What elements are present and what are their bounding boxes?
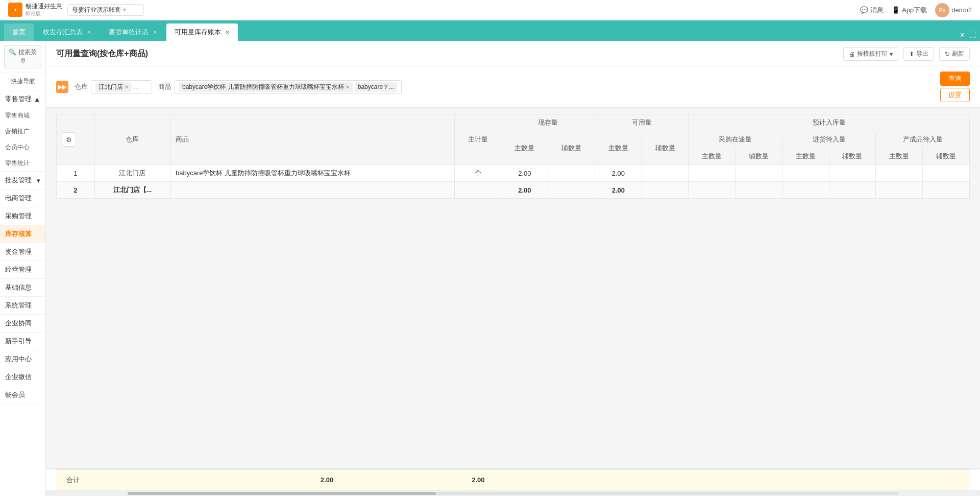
col-inbound-aux-header: 辅数量	[829, 148, 876, 165]
logo-text: 畅捷通好生意	[26, 3, 62, 10]
warehouse-tag: 江北门店 ✕	[95, 82, 132, 92]
col-inbound-main-header: 主数量	[782, 148, 829, 165]
total-label: 合计	[56, 476, 138, 485]
row-product	[170, 182, 455, 199]
app-download-btn[interactable]: 📱 App下载	[892, 6, 927, 15]
sidebar-group-enterprise-header[interactable]: 企业协同	[0, 315, 45, 332]
warehouse-tag-close[interactable]: ✕	[125, 84, 129, 90]
nav-tab-actions: ✕ ⛶	[960, 31, 976, 41]
tab-receipts-close[interactable]: ✕	[87, 29, 91, 36]
logo-sub: 标准版	[26, 10, 62, 17]
warehouse-tag-box[interactable]: 江北门店 ✕ ...	[91, 80, 152, 94]
row-unit: 个	[454, 165, 501, 182]
scrollbar-area	[46, 490, 980, 496]
col-stock-main-header: 主数量	[501, 131, 548, 165]
sidebar-group-operations-header[interactable]: 经营管理	[0, 261, 45, 278]
total-avail-main: 2.00	[289, 476, 364, 484]
sidebar-group-retail-label: 零售管理	[5, 95, 32, 104]
col-avail-main-header: 主数量	[595, 131, 642, 165]
total-row: 合计 2.00 2.00	[56, 469, 970, 490]
sidebar-item-marketing[interactable]: 营销推广	[0, 124, 45, 139]
tab-inventory[interactable]: 可用量库存账本 ✕	[166, 23, 238, 41]
col-avail-aux-header: 辅数量	[642, 131, 689, 165]
row-inbound-aux	[829, 165, 876, 182]
product-tag-box[interactable]: babycare学饮杯 儿童防摔防撞吸管杯重力球吸嘴杯宝宝水杯 ✕ babyca…	[175, 80, 402, 94]
row-purch-main	[689, 182, 736, 199]
col-inbound-pending-header: 进货待入量	[782, 131, 875, 148]
tab-close-all-icon[interactable]: ✕	[960, 31, 965, 39]
sidebar: 🔍 搜索菜单 快捷导航 零售管理 ▲ 零售商城 营销推广 会员中心 零售统计	[0, 41, 46, 496]
sidebar-group-operations-label: 经营管理	[5, 265, 32, 274]
setting-btn[interactable]: 设置	[940, 88, 970, 102]
sidebar-group-enterprise-wechat: 企业微信	[0, 368, 45, 386]
sidebar-item-member[interactable]: 会员中心	[0, 139, 45, 155]
quick-nav-btn[interactable]: 快捷导航	[0, 73, 45, 90]
sidebar-group-finance-header[interactable]: 资金管理	[0, 243, 45, 261]
export-btn[interactable]: ⬆ 导出	[903, 47, 934, 61]
template-dropdown-icon: ▾	[890, 51, 893, 58]
row-stock-main: 2.00	[501, 182, 548, 199]
tab-expand-icon[interactable]: ⛶	[969, 31, 976, 39]
sidebar-group-inventory-label: 库存核算	[5, 229, 32, 239]
content-area: 可用量查询(按仓库+商品) 🖨 按模板打印 ▾ ⬆ 导出 ↻ 刷新 ▶▶	[46, 41, 980, 496]
sidebar-group-app-center-label: 应用中心	[5, 355, 32, 364]
row-warehouse: 江北门店	[94, 165, 170, 182]
sidebar-group-wholesale: 批发管理 ▾	[0, 172, 45, 190]
col-product-header: 商品	[170, 114, 455, 165]
main-wrapper: 🔍 搜索菜单 快捷导航 零售管理 ▲ 零售商城 营销推广 会员中心 零售统计	[0, 41, 980, 496]
row-no: 2	[57, 182, 95, 199]
product-filter-label: 商品	[158, 82, 172, 91]
query-btn[interactable]: 查询	[940, 72, 970, 86]
sidebar-group-basics-label: 基础信息	[5, 283, 32, 292]
product-tag-1-close[interactable]: ✕	[346, 84, 350, 90]
sidebar-group-purchase-header[interactable]: 采购管理	[0, 207, 45, 225]
refresh-btn[interactable]: ↻ 刷新	[939, 47, 970, 61]
sidebar-group-basics-header[interactable]: 基础信息	[0, 279, 45, 296]
filter-area: ▶▶ 仓库 江北门店 ✕ ... 商品 babycare学饮杯 儿童防摔防撞吸管…	[46, 66, 980, 108]
tab-requisition[interactable]: 要货单统计表 ✕	[101, 23, 165, 41]
tab-receipts-label: 收发存汇总表	[43, 28, 83, 37]
table-row: 2 江北门店【... 2.00 2.00	[57, 182, 970, 199]
col-purch-main-header: 主数量	[689, 148, 736, 165]
scrollbar-thumb[interactable]	[128, 492, 436, 495]
col-stock-aux-header: 辅数量	[548, 131, 595, 165]
table-settings-icon[interactable]: ⚙	[62, 132, 76, 147]
sidebar-item-retail-stats[interactable]: 零售统计	[0, 155, 45, 171]
username: demo2	[951, 6, 972, 14]
filter-buttons: 查询 设置	[940, 72, 970, 102]
sidebar-group-system-label: 系统管理	[5, 301, 32, 310]
row-purch-aux	[736, 165, 782, 182]
row-inbound-main	[782, 165, 829, 182]
sidebar-group-app-center: 应用中心	[0, 350, 45, 368]
sidebar-group-inventory-header[interactable]: 库存核算	[0, 225, 45, 243]
tab-inventory-close[interactable]: ✕	[225, 29, 230, 36]
user-area[interactable]: Ea demo2	[935, 3, 972, 17]
sidebar-group-app-center-header[interactable]: 应用中心	[0, 350, 45, 368]
sidebar-group-enterprise-wechat-header[interactable]: 企业微信	[0, 368, 45, 386]
warehouse-filter-more[interactable]: ...	[134, 83, 139, 90]
sidebar-group-system: 系统管理	[0, 297, 45, 315]
tab-requisition-close[interactable]: ✕	[153, 29, 157, 36]
sidebar-group-member2-header[interactable]: 畅会员	[0, 386, 45, 404]
sidebar-group-member2: 畅会员	[0, 386, 45, 404]
table-wrapper: ⚙ 仓库 商品 主计量 现存量 可用量 预计入库量 主数量 辅数量 主数量 辅数…	[46, 108, 980, 468]
sidebar-item-retail-mall[interactable]: 零售商城	[0, 108, 45, 124]
search-menu-btn[interactable]: 🔍 搜索菜单	[4, 45, 41, 68]
sidebar-group-retail-header[interactable]: 零售管理 ▲	[0, 90, 45, 108]
template-print-btn[interactable]: 🖨 按模板打印 ▾	[843, 47, 898, 61]
tab-receipts[interactable]: 收发存汇总表 ✕	[35, 23, 100, 41]
sidebar-group-wholesale-header[interactable]: 批发管理 ▾	[0, 172, 45, 189]
col-finished-aux-header: 辅数量	[923, 148, 970, 165]
sidebar-group-newbie-header[interactable]: 新手引导	[0, 333, 45, 350]
sidebar-group-ecommerce-header[interactable]: 电商管理	[0, 190, 45, 207]
sidebar-group-basics: 基础信息	[0, 279, 45, 297]
sidebar-group-wholesale-label: 批发管理	[5, 176, 32, 185]
tenant-selector[interactable]: 母婴行业演示账套 ▾	[67, 4, 144, 16]
phone-icon: 📱	[892, 6, 900, 14]
message-btn[interactable]: 💬 消息	[860, 6, 884, 15]
sidebar-group-newbie: 新手引导	[0, 333, 45, 350]
filter-toggle-btn[interactable]: ▶▶	[56, 81, 68, 93]
tab-home[interactable]: 首页	[4, 23, 34, 41]
sidebar-group-system-header[interactable]: 系统管理	[0, 297, 45, 314]
sidebar-group-inventory: 库存核算	[0, 225, 45, 243]
